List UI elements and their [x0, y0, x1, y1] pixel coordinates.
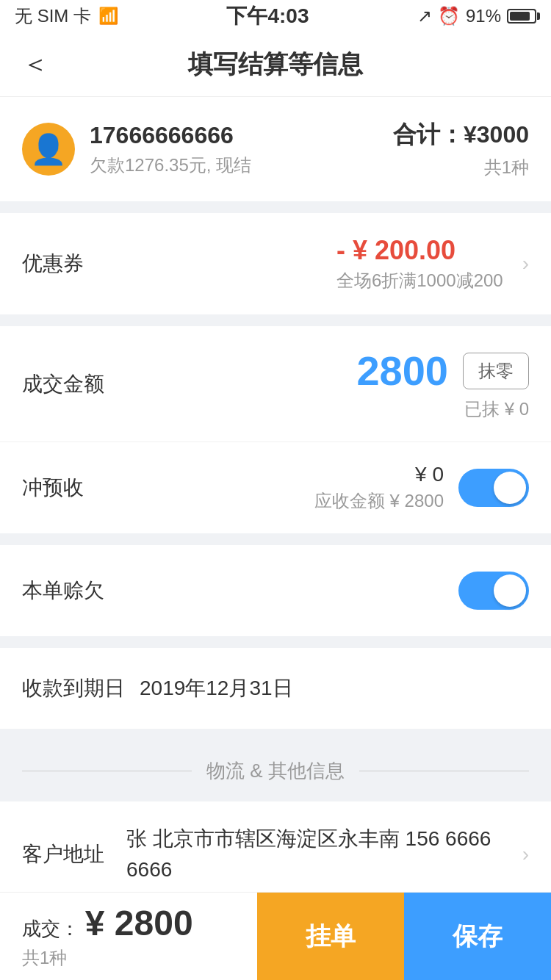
save-button[interactable]: 保存 [404, 893, 551, 980]
alarm-icon: ⏰ [438, 6, 460, 26]
battery-icon [507, 9, 536, 24]
page-title: 填写结算等信息 [188, 48, 363, 82]
bottom-bar: 成交： ¥ 2800 共1种 挂单 保存 [0, 892, 551, 980]
deal-amount-sub: 已抹 ¥ 0 [356, 397, 529, 421]
total-amount: 合计：¥3000 [393, 119, 529, 151]
avatar-icon: 👤 [30, 132, 67, 167]
prepay-toggle[interactable] [458, 469, 529, 507]
prepay-amount: ¥ 0 [314, 463, 444, 486]
coupon-right: - ¥ 200.00 全场6折满1000减200 › [336, 235, 529, 292]
deal-amount-right: 2800 抹零 已抹 ¥ 0 [356, 347, 529, 421]
customer-section: 👤 17666666666 欠款1276.35元, 现结 合计：¥3000 共1… [0, 97, 551, 201]
logistics-divider: 物流 & 其他信息 [0, 741, 551, 801]
bottom-deal-row: 成交： ¥ 2800 [22, 903, 235, 943]
bottom-count: 共1种 [22, 946, 235, 970]
hold-button[interactable]: 挂单 [257, 893, 404, 980]
bottom-deal-label: 成交： [22, 918, 79, 940]
main-content: 👤 17666666666 欠款1276.35元, 现结 合计：¥3000 共1… [0, 97, 551, 980]
chevron-right-icon: › [522, 252, 529, 275]
deal-amount-label: 成交金额 [22, 370, 104, 398]
address-chevron-icon: › [522, 843, 529, 866]
coupon-section[interactable]: 优惠券 - ¥ 200.00 全场6折满1000减200 › [0, 213, 551, 314]
debt-label: 本单赊欠 [22, 577, 104, 605]
prepay-receivable: 应收金额 ¥ 2800 [314, 489, 444, 513]
debt-toggle[interactable] [458, 572, 529, 610]
amount-section: 成交金额 2800 抹零 已抹 ¥ 0 冲预收 ¥ 0 应收金额 ¥ 2800 [0, 326, 551, 533]
duedate-section: 收款到期日 2019年12月31日 [0, 648, 551, 729]
debt-toggle-knob [494, 574, 526, 607]
coupon-label: 优惠券 [22, 250, 84, 278]
prepay-row: 冲预收 ¥ 0 应收金额 ¥ 2800 [0, 442, 551, 533]
duedate-label: 收款到期日 [22, 674, 125, 702]
address-label: 客户地址 [22, 840, 104, 868]
customer-sub: 欠款1276.35元, 现结 [90, 154, 393, 177]
total-count: 共1种 [393, 156, 529, 179]
divider-line-right [359, 771, 529, 771]
prepay-values: ¥ 0 应收金额 ¥ 2800 [314, 463, 444, 513]
back-button[interactable]: ＜ [22, 46, 48, 82]
coupon-discount: - ¥ 200.00 [336, 235, 503, 266]
status-bar: 无 SIM 卡 📶 下午4:03 ↗ ⏰ 91% [0, 0, 551, 32]
logistics-label: 物流 & 其他信息 [206, 758, 345, 784]
avatar: 👤 [22, 123, 75, 176]
duedate-value: 2019年12月31日 [140, 674, 293, 702]
deal-amount-value: 2800 [356, 347, 448, 394]
deal-amount-wrap: 2800 抹零 [356, 347, 529, 394]
bottom-amount: ¥ 2800 [85, 904, 193, 943]
battery-percent: 91% [466, 6, 501, 26]
debt-section: 本单赊欠 [0, 545, 551, 636]
round-button[interactable]: 抹零 [463, 353, 529, 389]
coupon-desc: 全场6折满1000减200 [336, 269, 503, 292]
status-time: 下午4:03 [226, 2, 309, 30]
customer-phone: 17666666666 [90, 122, 393, 149]
toggle-knob [494, 472, 526, 504]
location-icon: ↗ [417, 6, 432, 26]
sim-status: 无 SIM 卡 [15, 4, 91, 28]
deal-amount-row: 成交金额 2800 抹零 已抹 ¥ 0 [0, 326, 551, 442]
bottom-summary: 成交： ¥ 2800 共1种 [0, 903, 257, 970]
customer-total: 合计：¥3000 共1种 [393, 119, 529, 179]
status-right: ↗ ⏰ 91% [417, 6, 536, 26]
prepay-right: ¥ 0 应收金额 ¥ 2800 [314, 463, 529, 513]
address-value: 张 北京市市辖区海淀区永丰南 156 6666 6666 [126, 824, 515, 885]
bottom-actions: 挂单 保存 [257, 893, 551, 980]
nav-bar: ＜ 填写结算等信息 [0, 32, 551, 97]
status-left: 无 SIM 卡 📶 [15, 4, 118, 28]
coupon-values: - ¥ 200.00 全场6折满1000减200 [336, 235, 503, 292]
divider-line-left [22, 771, 192, 771]
wifi-icon: 📶 [98, 7, 118, 26]
prepay-label: 冲预收 [22, 474, 84, 502]
customer-info: 17666666666 欠款1276.35元, 现结 [90, 122, 393, 177]
